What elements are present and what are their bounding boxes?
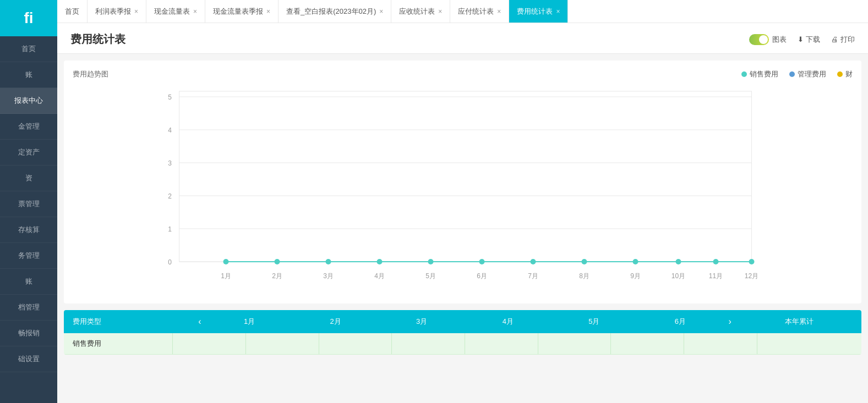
legend-management: 管理费用 xyxy=(789,69,826,79)
sidebar-item-reports[interactable]: 报表中心 xyxy=(0,88,57,114)
svg-text:6月: 6月 xyxy=(477,272,487,280)
chart-toggle[interactable] xyxy=(749,34,769,45)
tab-bar: 首页 利润表季报 × 现金流量表 × 现金流量表季报 × 查看_空白报表(202… xyxy=(57,0,868,23)
tab-home[interactable]: 首页 xyxy=(57,0,88,23)
td-month-3 xyxy=(392,333,465,354)
tab-profit-quarterly[interactable]: 利润表季报 × xyxy=(88,0,146,23)
th-month-3: 3月 xyxy=(379,310,465,333)
svg-text:1: 1 xyxy=(168,225,172,233)
svg-text:3: 3 xyxy=(168,159,172,167)
svg-text:0: 0 xyxy=(168,258,172,266)
print-icon: 🖨 xyxy=(831,35,838,43)
td-month-4 xyxy=(465,333,538,354)
svg-text:5月: 5月 xyxy=(425,272,436,280)
td-month-2 xyxy=(319,333,392,354)
sidebar-item-ledger[interactable]: 账 xyxy=(0,269,57,295)
svg-point-16 xyxy=(377,259,383,264)
svg-point-20 xyxy=(582,259,587,264)
svg-point-24 xyxy=(749,259,755,264)
legend-finance: 财 xyxy=(837,69,853,79)
table-row: 销售费用 xyxy=(64,333,861,355)
svg-text:7月: 7月 xyxy=(528,272,538,280)
tab-cashflow[interactable]: 现金流量表 × xyxy=(146,0,205,23)
svg-point-13 xyxy=(223,259,229,264)
sidebar-logo: fi xyxy=(0,0,57,36)
th-month-2: 2月 xyxy=(292,310,379,333)
legend-dot-management xyxy=(789,71,795,77)
legend-sales: 销售费用 xyxy=(741,69,778,79)
svg-text:2: 2 xyxy=(168,192,172,200)
chart-section: 费用趋势图 销售费用 管理费用 财 xyxy=(64,60,861,303)
chart-title: 费用趋势图 xyxy=(73,69,108,79)
close-icon[interactable]: × xyxy=(438,8,442,15)
close-icon[interactable]: × xyxy=(497,8,501,15)
svg-text:10月: 10月 xyxy=(672,272,685,280)
tab-cashflow-quarterly[interactable]: 现金流量表季报 × xyxy=(205,0,279,23)
legend-label-sales: 销售费用 xyxy=(750,69,778,79)
tab-blank-report[interactable]: 查看_空白报表(2023年02月) × xyxy=(279,0,391,23)
close-icon[interactable]: × xyxy=(556,8,560,15)
svg-text:4月: 4月 xyxy=(374,272,385,280)
sidebar-item-settings[interactable]: 础设置 xyxy=(0,346,57,372)
svg-text:8月: 8月 xyxy=(579,272,589,280)
sidebar-item-finance[interactable]: 金管理 xyxy=(0,114,57,140)
tab-expense-stats[interactable]: 费用统计表 × xyxy=(509,0,568,23)
close-icon[interactable]: × xyxy=(134,8,138,15)
svg-text:2月: 2月 xyxy=(272,272,282,280)
td-total xyxy=(757,333,861,354)
page-title: 费用统计表 xyxy=(70,32,125,47)
sidebar-item-service[interactable]: 务管理 xyxy=(0,243,57,269)
chart-toggle-label: 图表 xyxy=(772,35,787,45)
data-table: 费用类型 ‹ 1月 2月 3月 4月 5月 6月 › 本年累计 销售费用 xyxy=(64,310,861,355)
close-icon[interactable]: × xyxy=(193,8,197,15)
tab-payable[interactable]: 应付统计表 × xyxy=(450,0,509,23)
td-row-nav-spacer xyxy=(173,333,246,354)
print-button[interactable]: 🖨 打印 xyxy=(831,35,855,45)
sidebar-item-expense[interactable]: 畅报销 xyxy=(0,321,57,346)
chart-toggle-wrap: 图表 xyxy=(749,34,787,45)
close-icon[interactable]: × xyxy=(379,8,383,15)
chart-legend: 销售费用 管理费用 财 xyxy=(741,69,853,79)
main-content: 首页 利润表季报 × 现金流量表 × 现金流量表季报 × 查看_空白报表(202… xyxy=(57,0,868,403)
td-month-1 xyxy=(246,333,319,354)
download-icon: ⬇ xyxy=(798,35,804,43)
table-header: 费用类型 ‹ 1月 2月 3月 4月 5月 6月 › 本年累计 xyxy=(64,310,861,333)
svg-text:11月: 11月 xyxy=(709,272,723,280)
td-nav-spacer2 xyxy=(684,333,757,354)
sidebar-item-assets[interactable]: 定资产 xyxy=(0,140,57,165)
th-month-1: 1月 xyxy=(206,310,293,333)
svg-point-19 xyxy=(531,259,536,264)
sidebar: fi 首页 账 报表中心 金管理 定资产 资 票管理 存核算 务管理 账 档管理… xyxy=(0,0,57,403)
page-header: 费用统计表 图表 ⬇ 下载 🖨 打印 xyxy=(57,23,868,54)
page-content: 费用统计表 图表 ⬇ 下载 🖨 打印 费用趋势图 xyxy=(57,23,868,403)
header-actions: 图表 ⬇ 下载 🖨 打印 xyxy=(749,34,855,45)
download-button[interactable]: ⬇ 下载 xyxy=(798,35,820,45)
sidebar-item-invoice[interactable]: 票管理 xyxy=(0,191,57,217)
sidebar-item-account[interactable]: 账 xyxy=(0,62,57,88)
td-month-6 xyxy=(611,333,684,354)
th-type: 费用类型 xyxy=(64,310,193,333)
svg-point-21 xyxy=(633,259,638,264)
th-month-4: 4月 xyxy=(465,310,552,333)
th-month-6: 6月 xyxy=(637,310,724,333)
svg-text:3月: 3月 xyxy=(323,272,334,280)
table-next-button[interactable]: › xyxy=(723,310,736,333)
svg-text:12月: 12月 xyxy=(745,272,758,280)
legend-label-finance: 财 xyxy=(845,69,853,79)
legend-dot-sales xyxy=(741,71,747,77)
legend-dot-finance xyxy=(837,71,843,77)
svg-text:4: 4 xyxy=(168,126,172,134)
svg-text:1月: 1月 xyxy=(221,272,231,280)
sidebar-item-inventory[interactable]: 存核算 xyxy=(0,217,57,243)
close-icon[interactable]: × xyxy=(266,8,270,15)
legend-label-management: 管理费用 xyxy=(798,69,826,79)
sidebar-item-resource[interactable]: 资 xyxy=(0,165,57,191)
svg-point-17 xyxy=(428,259,434,264)
tab-receivable[interactable]: 应收统计表 × xyxy=(391,0,450,23)
chart-area: 0 1 2 3 4 5 xyxy=(73,86,853,295)
th-total: 本年累计 xyxy=(736,310,861,333)
svg-point-14 xyxy=(275,259,280,264)
sidebar-item-home[interactable]: 首页 xyxy=(0,36,57,62)
sidebar-item-archive[interactable]: 档管理 xyxy=(0,295,57,321)
table-prev-button[interactable]: ‹ xyxy=(193,310,206,333)
